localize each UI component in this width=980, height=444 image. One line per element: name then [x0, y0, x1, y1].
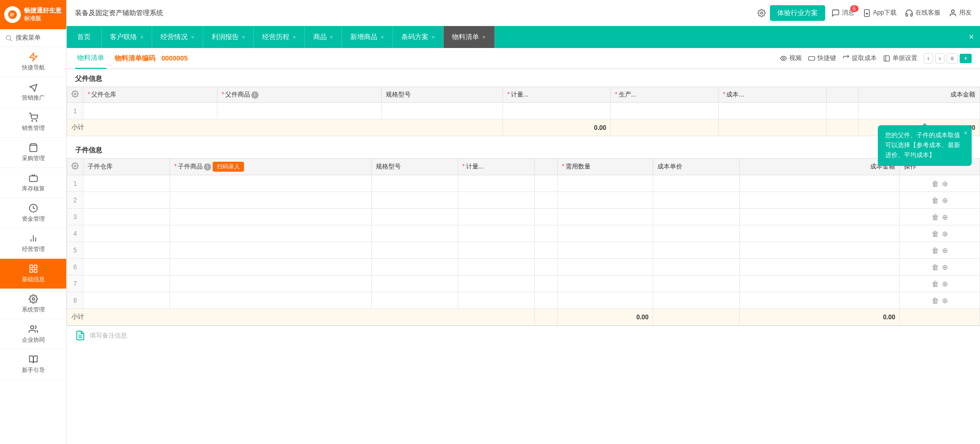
child-product-cell[interactable]: [170, 225, 371, 242]
child-warehouse-cell[interactable]: [83, 292, 170, 309]
child-warehouse-cell[interactable]: [83, 259, 170, 275]
child-qty-cell[interactable]: [557, 209, 653, 225]
close-icon[interactable]: ×: [330, 34, 333, 40]
parent-spec-cell[interactable]: [381, 103, 503, 119]
child-spec-cell[interactable]: [371, 275, 458, 292]
parent-product-cell[interactable]: [217, 103, 382, 119]
child-unit-cost-cell[interactable]: [653, 209, 740, 225]
sidebar-item-purchase[interactable]: 采购管理: [0, 138, 66, 168]
child-spec-cell[interactable]: [371, 292, 458, 309]
sidebar-item-marketing[interactable]: 营销推广: [0, 77, 66, 107]
delete-row-icon[interactable]: 🗑: [932, 246, 939, 255]
nav-tab-customer[interactable]: 客户联络 ×: [102, 26, 152, 48]
copy-row-icon[interactable]: ⊕: [942, 213, 948, 221]
child-qty-cell[interactable]: [557, 259, 653, 275]
settings-button[interactable]: 单据设置: [883, 54, 917, 63]
sidebar-item-enterprise[interactable]: 企业协同: [0, 319, 66, 350]
child-unit-cell[interactable]: [458, 242, 535, 259]
close-icon[interactable]: ×: [381, 34, 384, 40]
list-view-button[interactable]: ≡: [947, 53, 958, 64]
child-warehouse-cell[interactable]: [83, 275, 170, 292]
close-icon[interactable]: ×: [242, 34, 245, 40]
child-product-cell[interactable]: [170, 275, 371, 292]
message-button[interactable]: 消息 6: [831, 8, 854, 17]
sidebar-item-sales[interactable]: 销售管理: [0, 107, 66, 138]
prev-button[interactable]: ‹: [924, 53, 933, 64]
child-qty-cell[interactable]: [557, 275, 653, 292]
child-unit-cost-cell[interactable]: [653, 292, 740, 309]
copy-row-icon[interactable]: ⊕: [942, 196, 948, 205]
child-unit-cost-cell[interactable]: [653, 275, 740, 292]
sidebar-item-basic[interactable]: 基础信息: [0, 259, 66, 289]
sidebar-item-finance[interactable]: 资金管理: [0, 198, 66, 229]
sidebar-item-operation[interactable]: 经营管理: [0, 229, 66, 259]
copy-row-icon[interactable]: ⊕: [942, 179, 948, 188]
search-menu[interactable]: 搜索菜单: [0, 29, 66, 47]
delete-row-icon[interactable]: 🗑: [932, 263, 939, 271]
sub-tab-bom[interactable]: 物料清单: [75, 48, 106, 69]
child-product-cell[interactable]: [170, 192, 371, 209]
child-product-info-icon[interactable]: i: [204, 163, 211, 171]
child-spec-cell[interactable]: [371, 259, 458, 275]
nav-tab-bom[interactable]: 物料清单 ×: [444, 26, 494, 48]
tooltip-close-button[interactable]: ×: [964, 128, 967, 138]
copy-row-icon[interactable]: ⊕: [942, 296, 948, 305]
delete-row-icon[interactable]: 🗑: [932, 196, 939, 205]
sidebar-item-guide[interactable]: 新手引导: [0, 350, 66, 380]
view-button[interactable]: 视频: [780, 54, 802, 63]
child-warehouse-cell[interactable]: [83, 209, 170, 225]
child-unit-cell[interactable]: [458, 259, 535, 275]
delete-row-icon[interactable]: 🗑: [932, 296, 939, 305]
child-unit-cost-cell[interactable]: [653, 175, 740, 192]
child-unit-cost-cell[interactable]: [653, 192, 740, 209]
nav-tab-profit[interactable]: 利润报告 ×: [203, 26, 254, 48]
delete-row-icon[interactable]: 🗑: [932, 230, 939, 238]
child-unit-cell[interactable]: [458, 192, 535, 209]
parent-unit-cell[interactable]: [503, 103, 610, 119]
sidebar-item-inventory[interactable]: 库存核算: [0, 168, 66, 198]
child-spec-cell[interactable]: [371, 225, 458, 242]
add-button[interactable]: +: [960, 54, 972, 63]
child-product-cell[interactable]: [170, 292, 371, 309]
child-qty-cell[interactable]: [557, 175, 653, 192]
close-icon[interactable]: ×: [140, 34, 143, 40]
child-unit-cost-cell[interactable]: [653, 225, 740, 242]
sidebar-item-system[interactable]: 系统管理: [0, 289, 66, 319]
copy-row-icon[interactable]: ⊕: [942, 230, 948, 238]
parent-product-info-icon[interactable]: i: [251, 91, 259, 99]
child-unit-cell[interactable]: [458, 292, 535, 309]
shortcut-button[interactable]: 快捷键: [808, 54, 836, 63]
child-warehouse-cell[interactable]: [83, 225, 170, 242]
child-unit-cost-cell[interactable]: [653, 242, 740, 259]
child-spec-cell[interactable]: [371, 242, 458, 259]
close-icon[interactable]: ×: [292, 34, 296, 40]
nav-tab-home[interactable]: 首页: [67, 26, 102, 48]
delete-row-icon[interactable]: 🗑: [932, 280, 939, 288]
user-menu-button[interactable]: 用友: [949, 8, 972, 17]
nav-tab-business[interactable]: 经营情况 ×: [152, 26, 203, 48]
scan-button[interactable]: 扫码录入: [213, 162, 244, 172]
app-download-button[interactable]: App下载: [863, 8, 897, 17]
copy-row-icon[interactable]: ⊕: [942, 246, 948, 255]
copy-row-icon[interactable]: ⊕: [942, 263, 948, 271]
trial-button[interactable]: 体验行业方案: [770, 5, 825, 21]
child-unit-cell[interactable]: [458, 175, 535, 192]
child-warehouse-cell[interactable]: [83, 192, 170, 209]
nav-tab-product[interactable]: 商品 ×: [305, 26, 342, 48]
delete-row-icon[interactable]: 🗑: [932, 179, 939, 188]
child-spec-cell[interactable]: [371, 209, 458, 225]
gear-icon[interactable]: [757, 9, 766, 17]
child-unit-cost-cell[interactable]: [653, 259, 740, 275]
delete-row-icon[interactable]: 🗑: [932, 213, 939, 221]
copy-row-icon[interactable]: ⊕: [942, 280, 948, 288]
close-icon[interactable]: ×: [432, 34, 435, 40]
close-icon[interactable]: ×: [482, 34, 485, 40]
nav-tab-history[interactable]: 经营历程 ×: [254, 26, 304, 48]
child-product-cell[interactable]: [170, 242, 371, 259]
child-product-cell[interactable]: [170, 209, 371, 225]
parent-produce-cell[interactable]: [610, 103, 718, 119]
child-product-cell[interactable]: [170, 259, 371, 275]
close-icon[interactable]: ×: [191, 34, 194, 40]
child-spec-cell[interactable]: [371, 192, 458, 209]
online-service-button[interactable]: 在线客服: [905, 8, 940, 17]
